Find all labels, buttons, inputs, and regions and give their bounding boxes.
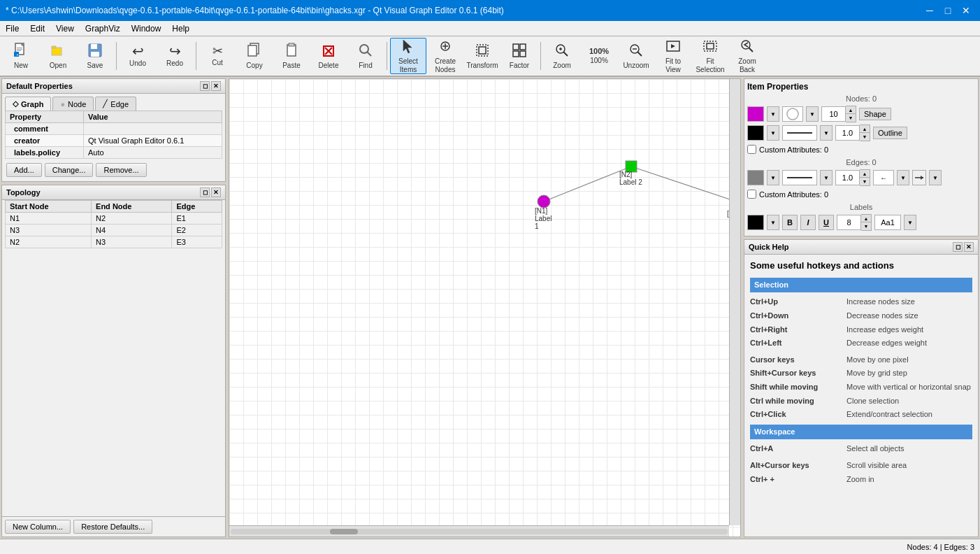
label-color-dropdown[interactable]: ▼ — [767, 215, 779, 230]
close-button[interactable]: ✕ — [958, 2, 974, 19]
tab-node[interactable]: ● Node — [52, 97, 94, 111]
italic-btn[interactable]: I — [800, 215, 816, 230]
remove-button[interactable]: Remove... — [96, 163, 146, 177]
panel-restore-btn[interactable]: ◻ — [200, 81, 210, 91]
canvas-scrollbar-v[interactable] — [729, 79, 740, 525]
outline-width-field[interactable]: 1.0 — [835, 125, 860, 141]
menu-file[interactable]: File — [0, 21, 24, 36]
edge-arrow-selector[interactable]: ← — [873, 170, 894, 185]
qh-close-btn[interactable]: ✕ — [964, 242, 974, 252]
paste-button[interactable]: Paste — [273, 38, 310, 74]
edge-up[interactable]: ▲ — [860, 170, 870, 178]
topo-close-btn[interactable]: ✕ — [211, 187, 221, 197]
unzoom-icon — [628, 43, 644, 60]
edge-line-selector[interactable] — [782, 170, 817, 185]
undo-button[interactable]: ↩ Undo — [120, 38, 156, 74]
find-button[interactable]: Find — [347, 38, 384, 74]
edge-color-dropdown[interactable]: ▼ — [767, 170, 779, 185]
custom-attrs-nodes-checkbox[interactable] — [747, 145, 756, 154]
edge-direction-btn[interactable] — [912, 170, 926, 185]
node-shape-btn[interactable]: Shape — [859, 108, 891, 120]
cut-label: Cut — [212, 59, 223, 67]
line-style-selector[interactable] — [782, 125, 817, 141]
menu-edit[interactable]: Edit — [24, 21, 50, 36]
toolbar-sep-2 — [196, 42, 196, 70]
edge-line-dropdown[interactable]: ▼ — [820, 170, 833, 185]
edge-color-btn[interactable] — [747, 170, 764, 185]
node-size-up[interactable]: ▲ — [846, 106, 856, 114]
cut-button[interactable]: ✂ Cut — [199, 38, 236, 74]
menu-help[interactable]: Help — [166, 21, 195, 36]
zoom-back-button[interactable]: Zoom Back — [729, 38, 765, 74]
outline-btn[interactable]: Outline — [873, 127, 907, 139]
unzoom-button[interactable]: Unzoom — [618, 38, 654, 74]
line-style-dropdown[interactable]: ▼ — [820, 125, 833, 141]
fill-color-dropdown[interactable]: ▼ — [767, 106, 779, 122]
svg-rect-30 — [520, 51, 526, 57]
statusbar: Nodes: 4 | Edges: 3 — [0, 539, 980, 554]
new-column-button[interactable]: New Column... — [5, 520, 71, 534]
canvas-scrollbar-h[interactable] — [229, 525, 729, 537]
tab-graph[interactable]: ◇ Graph — [5, 97, 51, 111]
node-size-field[interactable]: 10 — [821, 106, 846, 122]
zoom100-button[interactable]: 100% 100% — [581, 38, 617, 74]
new-button[interactable]: + New — [3, 38, 39, 74]
delete-button[interactable]: Delete — [310, 38, 347, 74]
panel-close-btn[interactable]: ✕ — [211, 81, 221, 91]
canvas-area[interactable]: [N1] Label 1 [N2] Label 2 [N3] [N4] — [229, 78, 741, 537]
label-color-btn[interactable] — [747, 215, 764, 230]
open-button[interactable]: Open — [40, 38, 76, 74]
redo-button[interactable]: ↪ Redo — [157, 38, 193, 74]
menu-graphviz[interactable]: GraphViz — [80, 21, 126, 36]
properties-table: Property Value comment creator Qt Visual… — [5, 111, 222, 159]
font-down[interactable]: ▼ — [861, 222, 871, 230]
bold-btn[interactable]: B — [782, 215, 798, 230]
menu-view[interactable]: View — [50, 21, 80, 36]
transform-button[interactable]: Transform — [464, 38, 500, 74]
underline-btn[interactable]: U — [819, 215, 834, 230]
topo-restore-btn[interactable]: ◻ — [200, 187, 210, 197]
outline-down[interactable]: ▼ — [860, 133, 870, 141]
outline-color-dropdown[interactable]: ▼ — [767, 125, 779, 141]
font-preset-selector[interactable]: Aa1 — [874, 215, 901, 230]
fit-to-view-button[interactable]: Fit to View — [655, 38, 691, 74]
copy-button[interactable]: Copy — [236, 38, 273, 74]
tab-edge[interactable]: ╱ Edge — [95, 97, 136, 111]
factor-button[interactable]: Factor — [501, 38, 538, 74]
edge-down[interactable]: ▼ — [860, 178, 870, 185]
svg-rect-3 — [17, 49, 22, 50]
edge-width-field[interactable]: 1.0 — [835, 170, 860, 185]
svg-rect-4 — [17, 50, 21, 51]
restore-defaults-button[interactable]: Restore Defaults... — [73, 520, 152, 534]
node-size-down[interactable]: ▼ — [846, 114, 856, 122]
fit-selection-button[interactable]: Fit Selection — [692, 38, 728, 74]
outline-up[interactable]: ▲ — [860, 125, 870, 133]
qh-desc: Move with vertical or horizontal snap — [846, 381, 971, 394]
outline-color-btn[interactable] — [747, 125, 764, 141]
save-button[interactable]: Save — [77, 38, 113, 74]
select-items-label: Select Items — [392, 57, 424, 74]
edge-arrow-dropdown[interactable]: ▼ — [897, 170, 909, 185]
undo-icon: ↩ — [132, 44, 144, 58]
node-n1-shape[interactable] — [538, 195, 550, 208]
maximize-button[interactable]: □ — [939, 2, 956, 19]
minimize-button[interactable]: ─ — [921, 2, 938, 19]
qh-restore-btn[interactable]: ◻ — [953, 242, 963, 252]
font-preset-dropdown[interactable]: ▼ — [904, 215, 916, 230]
shape-dropdown[interactable]: ▼ — [806, 106, 819, 122]
shape-selector[interactable] — [782, 106, 803, 122]
zoom-button[interactable]: Zoom — [544, 38, 580, 74]
add-button[interactable]: Add... — [6, 163, 42, 177]
outline-width-input: 1.0 ▲ ▼ — [835, 125, 870, 141]
font-size-field[interactable]: 8 — [837, 215, 861, 230]
select-items-button[interactable]: Select Items — [390, 38, 426, 74]
fill-color-btn[interactable] — [747, 106, 764, 122]
edge-dir-dropdown[interactable]: ▼ — [929, 170, 942, 185]
menu-window[interactable]: Window — [126, 21, 167, 36]
qh-desc: Move by grid step — [846, 367, 907, 380]
h-scroll-thumb[interactable] — [330, 529, 358, 534]
custom-attrs-edges-checkbox[interactable] — [747, 190, 756, 199]
create-nodes-button[interactable]: Create Nodes — [427, 38, 463, 74]
font-up[interactable]: ▲ — [861, 215, 871, 222]
change-button[interactable]: Change... — [45, 163, 94, 177]
